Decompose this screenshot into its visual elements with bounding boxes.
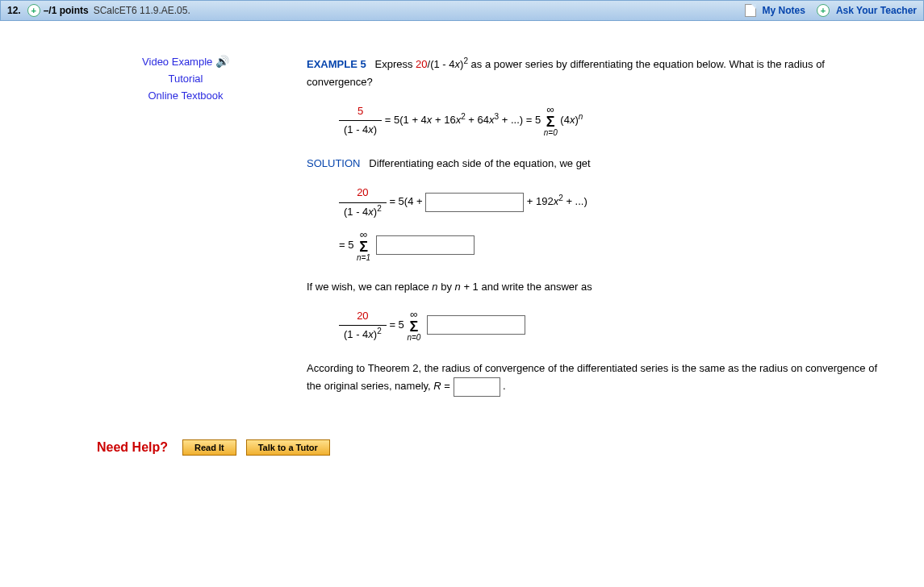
note-icon xyxy=(745,4,756,17)
online-textbook-link[interactable]: Online Textbook xyxy=(97,90,274,102)
tutorial-link[interactable]: Tutorial xyxy=(97,73,274,85)
talk-to-tutor-button[interactable]: Talk to a Tutor xyxy=(246,439,330,456)
equation-1: 5 (1 - 4x) = 5(1 + 4x + 16x2 + 64x3 + ..… xyxy=(339,102,888,139)
speaker-icon: 🔊 xyxy=(215,55,229,68)
solution-intro: SOLUTION Differentiating each side of th… xyxy=(307,155,888,173)
answer-input-3[interactable] xyxy=(427,315,525,335)
answer-input-2[interactable] xyxy=(376,235,475,255)
expand-icon[interactable]: + xyxy=(27,4,40,17)
solution-label: SOLUTION xyxy=(307,157,360,169)
replace-text: If we wish, we can replace n by n + 1 an… xyxy=(307,278,888,296)
answer-input-1[interactable] xyxy=(425,193,524,212)
source-id: SCalcET6 11.9.AE.05. xyxy=(94,5,190,16)
example-label: EXAMPLE 5 xyxy=(307,58,366,70)
conclusion-text: According to Theorem 2, the radius of co… xyxy=(307,360,888,397)
my-notes-button[interactable]: My Notes xyxy=(745,4,805,17)
question-header: 12. + –/1 points SCalcET6 11.9.AE.05. My… xyxy=(0,0,924,21)
problem-body: EXAMPLE 5 Express 20/(1 - 4x)2 as a powe… xyxy=(274,45,888,407)
equation-4: 20 (1 - 4x)2 = 5 ∞ Σ n=0 xyxy=(339,307,888,343)
ask-teacher-button[interactable]: + Ask Your Teacher xyxy=(817,4,917,17)
points-text: –/1 points xyxy=(44,5,89,16)
need-help-label: Need Help? xyxy=(97,440,168,455)
content: Video Example 🔊 Tutorial Online Textbook… xyxy=(0,21,924,423)
question-number: 12. xyxy=(7,5,21,16)
example-prompt: EXAMPLE 5 Express 20/(1 - 4x)2 as a powe… xyxy=(307,56,888,91)
video-example-link[interactable]: Video Example 🔊 xyxy=(97,55,274,68)
plus-icon: + xyxy=(817,4,830,17)
read-it-button[interactable]: Read It xyxy=(182,439,236,456)
resource-links: Video Example 🔊 Tutorial Online Textbook xyxy=(97,45,274,407)
need-help-row: Need Help? Read It Talk to a Tutor xyxy=(0,423,924,472)
answer-input-r[interactable] xyxy=(454,377,500,397)
equation-2: 20 (1 - 4x)2 = 5(4 + + 192x2 + ...) = 5 … xyxy=(339,184,888,261)
